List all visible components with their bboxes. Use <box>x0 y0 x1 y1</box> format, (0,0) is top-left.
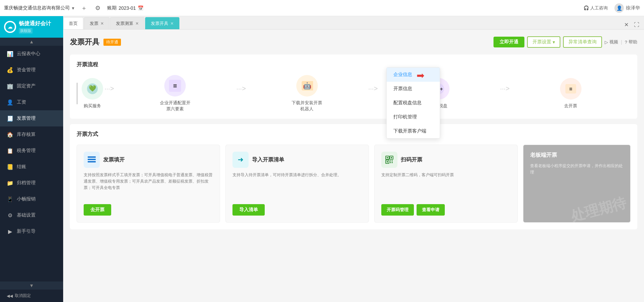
sidebar-item-salary[interactable]: 👤 工资 <box>0 94 63 110</box>
user-name: 徐泽华 <box>626 5 640 11</box>
invoice-icon: 🧾 <box>7 115 13 122</box>
sidebar-item-guide[interactable]: ▶ 新手引导 <box>0 223 63 239</box>
flow-step-1-wrapper: 💚 购买服务 <box>77 78 103 109</box>
method-qr-title: 扫码开票 <box>401 156 422 163</box>
sidebar-item-basic-settings[interactable]: ⚙ 基础设置 <box>0 207 63 223</box>
chevron-down-icon: ▾ <box>72 5 74 11</box>
svg-rect-17 <box>387 157 388 158</box>
svg-rect-20 <box>390 160 391 161</box>
sidebar-item-cloud-report[interactable]: 📊 云报表中心 <box>0 46 63 62</box>
sidebar: ☁ 畅捷通好会计 旗舰版 ▲ 📊 云报表中心 💰 资金管理 <box>0 16 63 302</box>
sidebar-label-tax: 税务管理 <box>17 148 36 154</box>
tab-invoice-calc[interactable]: 发票测算 ✕ <box>110 17 144 29</box>
import-list-button[interactable]: 导入清单 <box>232 204 265 216</box>
video-label: 视频 <box>609 39 618 45</box>
svg-rect-22 <box>390 162 391 163</box>
go-invoice-button[interactable]: 去开票 <box>84 204 111 216</box>
page-content: 发票开具 待开通 立即开通 开票设置 ▾ 异常清单查询 ▷ <box>63 30 644 302</box>
method-fill-buttons: 去开票 <box>84 204 213 216</box>
sidebar-item-archive[interactable]: 📁 归档管理 <box>0 175 63 191</box>
settings-icon[interactable]: ⚙ <box>94 3 102 13</box>
flow-step-3: 🤖 下载并安装开票机器人 <box>247 75 367 112</box>
play-icon: ▷ <box>605 40 608 45</box>
method-import-buttons: 导入清单 <box>232 204 362 216</box>
tax-icon: 📋 <box>7 147 13 154</box>
tab-invoice-issue[interactable]: 发票开具 ✕ <box>145 17 179 29</box>
flow-step-2: ≡ 企业开通配置开票六要素 <box>115 75 235 112</box>
sidebar-label-archive: 归档管理 <box>17 180 36 186</box>
svg-rect-12 <box>88 161 96 162</box>
sidebar-item-finance[interactable]: 💰 资金管理 <box>0 62 63 78</box>
help-button[interactable]: ? 帮助 <box>625 39 637 45</box>
logo-icon: ☁ <box>4 21 16 33</box>
red-arrow-indicator: ➡ <box>417 70 424 81</box>
company-selector[interactable]: 重庆畅捷交通信息咨询有限公司 ▾ <box>4 5 74 11</box>
invoice-settings-dropdown: 企业信息 开票信息 配置税盘信息 打印机管理 下载开票客户端 <box>386 67 440 139</box>
qr-manage-button[interactable]: 开票码管理 <box>381 204 414 216</box>
archive-icon: 📁 <box>7 180 13 186</box>
method-card-fill: 发票填开 支持按照发票样式手工填开发票；可开具增值税电子普通发票、增值税普通发票… <box>77 145 220 223</box>
method-fill-icon <box>84 152 100 168</box>
sidebar-item-invoice[interactable]: 🧾 发票管理 <box>0 110 63 126</box>
method-import-desc: 支持导入待开票清单，可对待开票清单进行拆分、合并处理。 <box>232 172 362 199</box>
view-application-button[interactable]: 查看申请 <box>417 204 445 216</box>
flow-section: 开票流程 💚 购买服务 ···> <box>70 54 637 119</box>
watermark: 处理期待 <box>569 193 629 223</box>
page-title: 发票开具 <box>70 37 99 47</box>
method-fill-header: 发票填开 <box>84 152 213 168</box>
tab-close-all-button[interactable]: ✕ <box>622 20 631 29</box>
tab-invoice-close[interactable]: ✕ <box>100 21 104 26</box>
tab-invoice-label: 发票 <box>90 21 98 27</box>
scroll-up-button[interactable]: ▲ <box>0 38 63 46</box>
activate-button[interactable]: 立即开通 <box>493 37 524 47</box>
tab-invoice[interactable]: 发票 ✕ <box>84 17 110 29</box>
method-boss-title: 老板端开票 <box>530 152 557 159</box>
method-fill-title: 发票填开 <box>103 156 125 163</box>
dropdown-item-invoice-info[interactable]: 开票信息 <box>387 82 440 96</box>
method-qr-desc: 支持定制开票二维码，客户端可扫码开票 <box>381 172 511 199</box>
flow-step-2-label: 企业开通配置开票六要素 <box>158 100 192 112</box>
sidebar-item-fixed-assets[interactable]: 🏢 固定资产 <box>0 78 63 94</box>
invoice-settings-button[interactable]: 开票设置 ▾ <box>527 36 560 48</box>
sidebar-item-inventory[interactable]: 🏠 库存核算 <box>0 126 63 143</box>
dropdown-item-company[interactable]: 企业信息 <box>387 68 440 82</box>
sidebar-item-expense[interactable]: 📱 小畅报销 <box>0 191 63 207</box>
tab-invoice-issue-close[interactable]: ✕ <box>170 21 174 26</box>
sidebar-label-expense: 小畅报销 <box>17 196 36 202</box>
sidebar-item-tax[interactable]: 📋 税务管理 <box>0 143 63 159</box>
content-area: 首页 发票 ✕ 发票测算 ✕ 发票开具 ✕ ✕ ⛶ <box>63 16 644 302</box>
logo-title: 畅捷通好会计 <box>19 20 51 27</box>
headset-icon: 🎧 <box>584 5 589 10</box>
calendar-icon[interactable]: 📅 <box>138 5 143 11</box>
flow-step-5: ≡ 去开票 <box>511 78 631 109</box>
dropdown-item-download-client[interactable]: 下载开票客户端 <box>387 124 440 138</box>
tab-invoice-issue-label: 发票开具 <box>151 21 168 27</box>
tab-home[interactable]: 首页 <box>63 17 83 29</box>
flow-section-title: 开票流程 <box>77 61 631 68</box>
abnormal-list-button[interactable]: 异常清单查询 <box>563 36 602 48</box>
user-info[interactable]: 👤 徐泽华 <box>614 3 640 13</box>
svg-rect-19 <box>387 161 388 162</box>
invoice-settings-label: 开票设置 <box>532 39 551 45</box>
method-qr-icon <box>381 152 397 168</box>
tab-expand-button[interactable]: ⛶ <box>632 21 641 29</box>
flow-step-5-icon: ≡ <box>560 78 582 100</box>
help-label: 帮助 <box>629 39 637 45</box>
sidebar-logo: ☁ 畅捷通好会计 旗舰版 <box>0 16 63 38</box>
dropdown-item-printer[interactable]: 打印机管理 <box>387 110 440 124</box>
tab-invoice-calc-close[interactable]: ✕ <box>135 21 139 26</box>
method-card-import: 导入开票清单 支持导入待开票清单，可对待开票清单进行拆分、合并处理。 导入清单 <box>225 145 369 223</box>
consultant-button[interactable]: 🎧 人工咨询 <box>584 5 608 11</box>
flow-step-3-icon: 🤖 <box>296 75 318 97</box>
unpin-button[interactable]: ◀◀ 取消固定 <box>0 290 63 302</box>
separator: | <box>621 39 622 45</box>
dropdown-item-tax-disk[interactable]: 配置税盘信息 <box>387 96 440 110</box>
add-button[interactable]: ＋ <box>80 3 88 13</box>
scroll-down-button[interactable]: ▼ <box>0 281 63 290</box>
video-button[interactable]: ▷ 视频 <box>605 39 618 45</box>
method-card-qr: 扫码开票 支持定制开票二维码，客户端可扫码开票 开票码管理 查看申请 <box>374 145 518 223</box>
sidebar-item-settlement[interactable]: 📒 结账 <box>0 159 63 175</box>
cloud-icon: ☁ <box>8 24 12 30</box>
app-container: 重庆畅捷交通信息咨询有限公司 ▾ ＋ ⚙ 账期 2023-01 📅 🎧 人工咨询… <box>0 0 644 302</box>
method-import-icon <box>232 152 249 168</box>
